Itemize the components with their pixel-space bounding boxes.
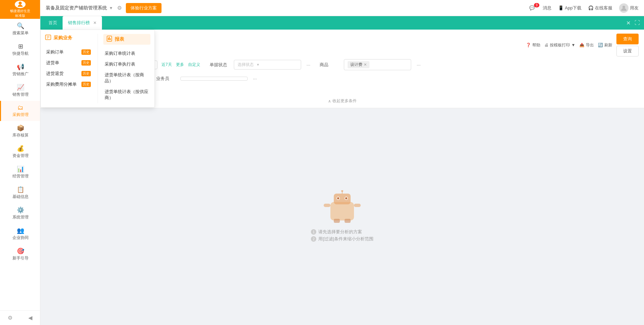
enterprise-icon: 👥 [17,227,24,234]
sidebar-item-marketing[interactable]: 📢 营销推广 [0,60,40,80]
goods-dots[interactable]: ··· [417,62,421,68]
sidebar-item-operation[interactable]: 📊 经营管理 [0,162,40,182]
refresh-button[interactable]: 🔄 刷新 [598,42,612,48]
sidebar-item-basic[interactable]: 📋 基础信息 [0,182,40,203]
app-action[interactable]: 📱 App下载 [558,5,581,11]
svg-rect-7 [330,202,354,220]
robot-svg [322,190,362,224]
goods-tag-remove[interactable]: ✕ [364,63,367,67]
svg-rect-8 [334,194,351,204]
sidebar: 畅捷通好生意 标准版 🔍 搜索菜单 ⊞ 快捷导航 📢 营销推广 📈 销售管理 🗂… [0,0,40,325]
svg-point-14 [341,190,343,192]
query-button[interactable]: 查询 [616,34,639,44]
main-area: 装备及固定资产辅助管理系统 ▼ ⚙ 体验行业方案 💬 9 消息 📱 App下载 … [40,0,644,325]
print-dropdown-arrow: ▼ [571,43,575,47]
svg-rect-5 [109,37,110,40]
tab-sales-rank[interactable]: 销售排行榜 ✕ [63,16,102,30]
dropdown-item-purchase-order[interactable]: 采购订单 历史 [45,47,92,57]
header-right: 💬 9 消息 📱 App下载 🎧 在线客服 用友 [529,3,639,13]
sidebar-item-capital-label: 资金管理 [12,153,29,159]
sidebar-item-search-label: 搜索菜单 [12,30,29,36]
megaphone-icon: 📢 [17,63,24,71]
sidebar-item-sales[interactable]: 📈 销售管理 [0,80,40,101]
salesman-dots[interactable]: ··· [253,76,257,81]
home-icon: ⊞ [18,43,23,50]
logo-label: 畅捷通好生意 [10,9,30,13]
history-tag-3: 历史 [81,82,91,87]
svg-rect-4 [108,38,109,40]
export-button[interactable]: 📤 导出 [579,42,594,48]
money-icon: 💰 [17,145,24,152]
sidebar-item-capital[interactable]: 💰 资金管理 [0,141,40,162]
svg-point-11 [337,197,339,199]
svg-point-1 [622,6,625,8]
history-tag-0: 历史 [81,49,91,55]
sidebar-item-newbie-label: 新手引导 [12,255,29,261]
report-col: 报表 采购订单统计表 采购订单执行表 进货单统计表（按商品） 进货单统计表（按供… [99,34,155,103]
close-tab-icon[interactable]: ✕ [93,21,97,25]
maximize-icon[interactable]: ⛶ [633,20,641,26]
status-dots[interactable]: ··· [307,62,311,68]
service-action[interactable]: 🎧 在线客服 [588,5,612,11]
collapse-sidebar-button[interactable]: ◀ [26,313,35,322]
dropdown-item-return[interactable]: 进货退货 历史 [45,68,92,79]
sidebar-item-newbie[interactable]: 🎯 新手引导 [0,244,40,265]
dropdown-item-order-stats[interactable]: 采购订单统计表 [103,48,151,59]
status-label: 单据状态 [210,62,230,68]
sidebar-item-sales-label: 销售管理 [12,92,29,97]
dropdown-item-order-exec[interactable]: 采购订单执行表 [103,59,151,70]
help-button[interactable]: ❓ 帮助 [526,42,540,48]
dropdown-divider [98,34,98,103]
tab-home[interactable]: 首页 [43,16,63,30]
close-all-tabs-icon[interactable]: ✕ [625,20,632,26]
message-badge: 9 [534,3,539,7]
sidebar-item-enterprise[interactable]: 👥 企业协同 [0,224,40,244]
date-custom[interactable]: 自定义 [188,62,200,68]
dropdown-item-incoming-supplier[interactable]: 进货单统计表（按供应商） [103,86,151,103]
chart-icon: 📈 [17,84,24,91]
phone-icon: 📱 [558,5,564,10]
print-button[interactable]: 🖨 按模板打印 ▼ [544,42,575,48]
sidebar-item-purchase-label: 采购管理 [12,112,29,118]
headset-icon: 🎧 [588,5,594,10]
sidebar-nav: 🔍 搜索菜单 ⊞ 快捷导航 📢 营销推广 📈 销售管理 🗂 采购管理 📦 库存核… [0,19,40,310]
system-settings-icon[interactable]: ⚙ [117,5,122,11]
goods-tag: 设计费 ✕ [348,61,369,68]
sidebar-item-search[interactable]: 🔍 搜索菜单 [0,19,40,39]
industry-button[interactable]: 体验行业方案 [126,3,162,13]
print-icon: 🖨 [544,43,548,47]
refresh-icon: 🔄 [598,43,603,47]
sidebar-item-marketing-label: 营销推广 [12,71,29,77]
status-dropdown-icon: ▼ [256,63,260,67]
sidebar-item-inventory[interactable]: 📦 库存核算 [0,121,40,141]
date-quick-7days[interactable]: 近7天 [162,62,172,68]
sidebar-item-system[interactable]: ⚙️ 系统管理 [0,203,40,224]
sidebar-item-system-label: 系统管理 [12,214,29,220]
dropdown-item-expense[interactable]: 采购费用分摊单 历史 [45,79,92,90]
newbie-icon: 🎯 [17,247,24,255]
tab-container: 首页 销售排行榜 ✕ ✕ ⛶ 采购业务 [40,16,644,30]
sidebar-item-quick-nav[interactable]: ⊞ 快捷导航 [0,39,40,60]
date-more[interactable]: 更多 [176,62,184,68]
status-select[interactable]: 选择状态 ▼ [234,60,301,70]
user-action[interactable]: 用友 [619,3,639,13]
report-col-icon [106,35,113,43]
purchase-business-col: 采购业务 采购订单 历史 进货单 历史 进货退货 历史 [41,34,96,103]
dropdown-item-incoming[interactable]: 进货单 历史 [45,57,92,68]
message-action[interactable]: 💬 9 消息 [529,5,551,11]
purchase-col-header: 采购业务 [45,34,92,43]
svg-rect-17 [334,219,340,223]
dropdown-item-incoming-goods[interactable]: 进货单统计表（按商品） [103,70,151,86]
salesman-select[interactable] [180,77,248,81]
settings-button[interactable]: ⚙ [5,313,15,322]
search-icon: 🔍 [17,22,24,30]
dropdown-columns: 采购业务 采购订单 历史 进货单 历史 进货退货 历史 [41,34,154,103]
sidebar-item-enterprise-label: 企业协同 [12,235,29,241]
settings-button[interactable]: 设置 [616,46,639,56]
purchase-col-icon [45,34,51,42]
goods-select[interactable]: 设计费 ✕ [344,59,411,70]
user-avatar [619,3,629,13]
empty-state: 1 请先选择要分析的方案 2 用[过滤]条件来缩小分析范围 [40,108,644,325]
empty-illustration [322,190,362,224]
sidebar-item-purchase[interactable]: 🗂 采购管理 [0,101,40,121]
